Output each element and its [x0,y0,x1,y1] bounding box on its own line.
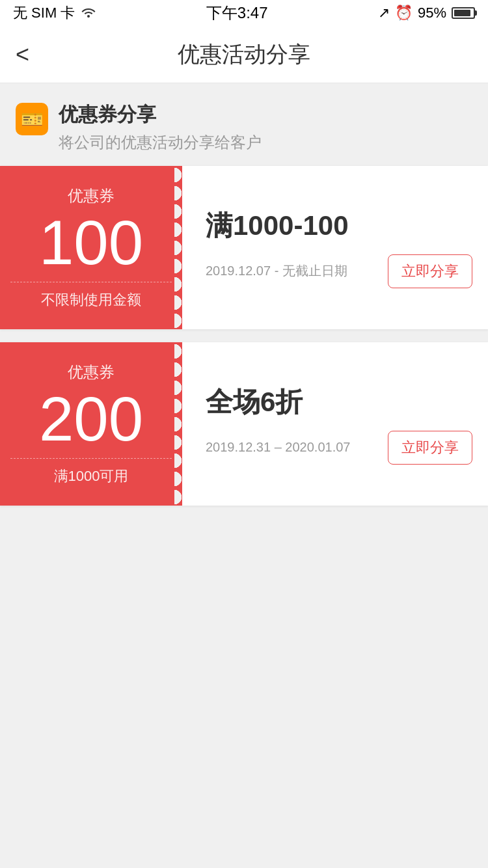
status-time: 下午3:47 [206,3,268,23]
coupon-title-2: 全场6折 [206,384,472,420]
location-icon: ↗ [378,5,390,21]
battery-percent: 95% [418,5,446,21]
coupon-right-1: 满1000-100 2019.12.07 - 无截止日期 立即分享 [182,166,488,329]
back-button[interactable]: < [16,41,29,68]
status-left: 无 SIM 卡 [13,3,96,23]
coupon-condition-2: 满1000可用 [54,467,129,486]
coupon-left-2: 优惠券 200 满1000可用 [0,342,182,506]
section-title: 优惠券分享 [59,102,262,128]
nav-bar: < 优惠活动分享 [0,26,488,83]
status-right: ↗ ⏰ 95% [378,5,475,21]
coupon-meta-1: 2019.12.07 - 无截止日期 立即分享 [206,254,472,288]
coupon-amount-2: 200 [39,388,143,450]
carrier-text: 无 SIM 卡 [13,3,75,23]
page-title: 优惠活动分享 [178,40,310,70]
battery-indicator [452,7,475,19]
coupon-list: 优惠券 100 不限制使用金额 满1000-100 2019.12.07 - 无… [0,166,488,538]
coupon-date-1: 2019.12.07 - 无截止日期 [206,262,380,280]
coupon-right-2: 全场6折 2019.12.31 – 2020.01.07 立即分享 [182,342,488,506]
coupon-title-1: 满1000-100 [206,208,472,244]
coupon-card-1: 优惠券 100 不限制使用金额 满1000-100 2019.12.07 - 无… [0,166,488,329]
status-bar: 无 SIM 卡 下午3:47 ↗ ⏰ 95% [0,0,488,26]
wifi-icon [81,5,96,21]
coupon-amount-1: 100 [39,211,143,274]
coupon-label-2: 优惠券 [68,362,115,383]
coupon-divider-1 [10,282,172,282]
coupon-label-1: 优惠券 [68,185,115,206]
coupon-card-2: 优惠券 200 满1000可用 全场6折 2019.12.31 – 2020.0… [0,342,488,506]
coupon-date-2: 2019.12.31 – 2020.01.07 [206,440,380,455]
share-button-2[interactable]: 立即分享 [388,431,472,465]
section-icon: 🎫 [16,103,48,135]
coupon-divider-2 [10,458,172,459]
coupon-left-1: 优惠券 100 不限制使用金额 [0,166,182,329]
section-subtitle: 将公司的优惠活动分享给客户 [59,132,262,153]
alarm-icon: ⏰ [395,5,413,21]
section-text: 优惠券分享 将公司的优惠活动分享给客户 [59,102,262,153]
coupon-meta-2: 2019.12.31 – 2020.01.07 立即分享 [206,431,472,465]
share-button-1[interactable]: 立即分享 [388,254,472,288]
coupon-condition-1: 不限制使用金额 [41,290,141,310]
section-header: 🎫 优惠券分享 将公司的优惠活动分享给客户 [0,83,488,166]
empty-area [0,538,488,863]
